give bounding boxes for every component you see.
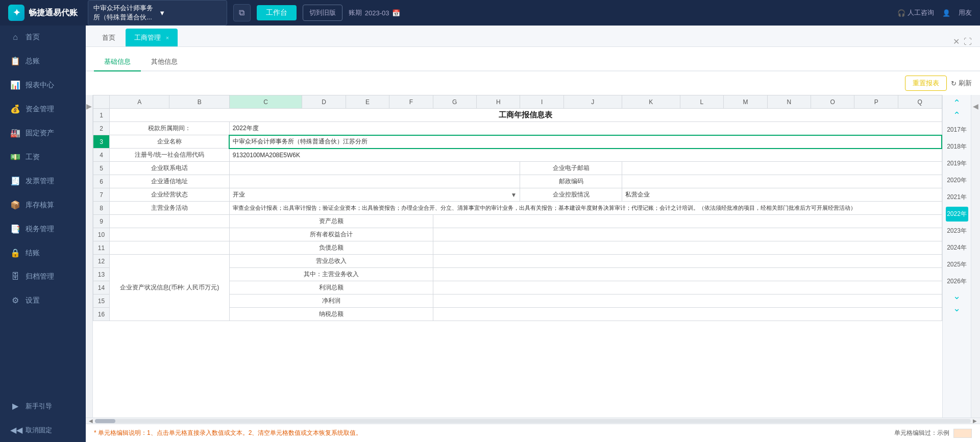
- row5-phone[interactable]: [229, 162, 520, 175]
- col-header-q: Q: [898, 95, 942, 109]
- col-header-a: A: [110, 95, 169, 109]
- year-2025[interactable]: 2025年: [946, 257, 968, 272]
- invoice-icon: 🧾: [10, 176, 20, 186]
- headset-icon: 🎧: [897, 9, 905, 17]
- table-row: 12 企业资产状况信息(币种: 人民币万元) 营业总收入: [93, 255, 942, 268]
- row11-value[interactable]: [433, 241, 942, 255]
- row12-value[interactable]: [433, 255, 942, 268]
- row-num-3: 3: [93, 135, 110, 149]
- service-button[interactable]: 🎧 人工咨询: [897, 8, 934, 17]
- row9-value[interactable]: [433, 215, 942, 228]
- copy-icon[interactable]: ⧉: [233, 4, 251, 21]
- year-2023[interactable]: 2023年: [946, 224, 968, 238]
- row-num-1: 1: [93, 109, 110, 122]
- sidebar-label-ledger: 总账: [26, 57, 40, 66]
- tab-close-icon[interactable]: ×: [166, 35, 169, 41]
- sidebar-item-archive[interactable]: 🗄 归档管理: [0, 265, 86, 288]
- table-row: 3 企业名称 中审众环会计师事务所（特殊普通合伙）江苏分所: [93, 135, 942, 149]
- spreadsheet-main[interactable]: A B C D E F G H I J K L M: [93, 95, 942, 418]
- year-2019[interactable]: 2019年: [946, 156, 968, 171]
- row11-spacer: [110, 241, 230, 255]
- table-title-cell[interactable]: 工商年报信息表: [110, 109, 942, 122]
- hscroll-track[interactable]: [95, 419, 971, 423]
- inner-tabs: 基础信息 其他信息: [86, 47, 980, 71]
- row10-value[interactable]: [433, 228, 942, 241]
- calendar-icon[interactable]: 📅: [392, 9, 400, 17]
- year-up-icon[interactable]: ⌃: [948, 97, 966, 109]
- workbench-button[interactable]: 工作台: [257, 5, 297, 20]
- row2-label: 税款所属期间：: [110, 122, 230, 135]
- hscroll-left-icon[interactable]: ◀: [87, 419, 95, 423]
- unpin-icon: ◀◀: [10, 425, 20, 435]
- sidebar-item-settings[interactable]: ⚙ 设置: [0, 288, 86, 312]
- row7-status[interactable]: 开业 ▼: [229, 188, 520, 202]
- year-2026[interactable]: 2026年: [946, 274, 968, 289]
- sidebar-item-invoice[interactable]: 🧾 发票管理: [0, 169, 86, 193]
- left-collapse-panel[interactable]: ▶: [86, 95, 93, 418]
- sidebar-item-report[interactable]: 📊 报表中心: [0, 73, 86, 97]
- sidebar-bottom: ▶ 新手引导 ◀◀ 取消固定: [0, 394, 86, 442]
- row15-value[interactable]: [433, 294, 942, 308]
- sidebar-item-unpin[interactable]: ◀◀ 取消固定: [0, 418, 86, 442]
- tab-basic-info[interactable]: 基础信息: [94, 53, 141, 71]
- row5-email[interactable]: [622, 162, 942, 175]
- year-down-icon[interactable]: ⌄: [948, 302, 966, 314]
- right-panel: ⌃ ⌃ 2017年 2018年 2019年 2020年 2021年 2022年 …: [942, 95, 980, 418]
- sidebar-label-tax: 税务管理: [26, 225, 54, 234]
- row13-value[interactable]: [433, 268, 942, 281]
- ledger-icon: 📋: [10, 56, 20, 66]
- year-down2-icon[interactable]: ⌄: [948, 290, 966, 302]
- year-2024[interactable]: 2024年: [946, 240, 968, 255]
- row16-value[interactable]: [433, 308, 942, 321]
- content-area: 首页 工商管理 × ✕ ⛶ 基础信息 其他信息 重置报表 ↻: [86, 26, 980, 442]
- row7-holding[interactable]: 私营企业: [622, 188, 942, 202]
- window-expand-icon[interactable]: ⛶: [964, 37, 972, 46]
- sidebar-label-guide: 新手引导: [26, 402, 52, 411]
- tab-gongshang[interactable]: 工商管理 ×: [126, 29, 178, 46]
- year-up2-icon[interactable]: ⌃: [948, 109, 966, 121]
- sidebar-item-tax[interactable]: 📑 税务管理: [0, 217, 86, 241]
- reset-report-button[interactable]: 重置报表: [905, 76, 947, 91]
- row8-value[interactable]: 审查企业会计报表；出具审计报告；验证企业资本；出具验资报告；办理企业合开、分立、…: [229, 202, 942, 215]
- sidebar-item-close[interactable]: 🔒 结账: [0, 241, 86, 265]
- sidebar-item-ledger[interactable]: 📋 总账: [0, 49, 86, 73]
- sidebar-item-assets[interactable]: 🏭 固定资产: [0, 121, 86, 145]
- refresh-button[interactable]: ↻ 刷新: [951, 79, 972, 88]
- col-header-e: E: [346, 95, 389, 109]
- hscroll-thumb[interactable]: [95, 419, 115, 423]
- year-2022[interactable]: 2022年: [946, 207, 968, 222]
- row6-postal[interactable]: [622, 175, 942, 188]
- sidebar-item-home[interactable]: ⌂ 首页: [0, 26, 86, 49]
- sidebar-label-unpin: 取消固定: [26, 426, 52, 435]
- sidebar-item-salary[interactable]: 💵 工资: [0, 145, 86, 169]
- app-name: 畅捷通易代账: [29, 8, 78, 18]
- row4-value[interactable]: 91320100MA208E5W6K: [229, 149, 942, 162]
- sidebar-item-finance[interactable]: 💰 资金管理: [0, 97, 86, 121]
- year-2021[interactable]: 2021年: [946, 190, 968, 205]
- year-2017[interactable]: 2017年: [946, 122, 968, 137]
- col-header-o: O: [811, 95, 854, 109]
- cell-edit-hint: * 单元格编辑说明：1、点击单元格直接录入数值或文本。2、清空单元格数值或文本恢…: [94, 429, 362, 437]
- tab-home[interactable]: 首页: [94, 29, 124, 46]
- sidebar-item-guide[interactable]: ▶ 新手引导: [0, 394, 86, 418]
- sheet-container: ▶ A B C D E F G H: [86, 95, 980, 418]
- row2-value[interactable]: 2022年度: [229, 122, 942, 135]
- row14-value[interactable]: [433, 281, 942, 294]
- row7-col1: 企业经营状态: [110, 188, 230, 202]
- row3-value[interactable]: 中审众环会计师事务所（特殊普通合伙）江苏分所: [229, 135, 942, 149]
- row6-addr[interactable]: [229, 175, 520, 188]
- old-version-button[interactable]: 切到旧版: [303, 5, 342, 21]
- company-selector[interactable]: 中审众环会计师事务所（特殊普通合伙... ▼: [88, 0, 227, 26]
- row-num-16: 16: [93, 308, 110, 321]
- bottom-right: 单元格编辑过：示例: [894, 429, 972, 438]
- tab-other-info[interactable]: 其他信息: [141, 53, 188, 71]
- table-row: 2 税款所属期间： 2022年度: [93, 122, 942, 135]
- sidebar-item-inventory[interactable]: 📦 库存核算: [0, 193, 86, 217]
- window-close-icon[interactable]: ✕: [953, 37, 960, 46]
- year-2020[interactable]: 2020年: [946, 173, 968, 188]
- right-collapse-panel[interactable]: ◀: [971, 95, 980, 418]
- hscroll-bar[interactable]: ◀ ▶: [86, 418, 980, 424]
- row16-label: 纳税总额: [229, 308, 433, 321]
- hscroll-right-icon[interactable]: ▶: [971, 419, 979, 423]
- year-2018[interactable]: 2018年: [946, 139, 968, 154]
